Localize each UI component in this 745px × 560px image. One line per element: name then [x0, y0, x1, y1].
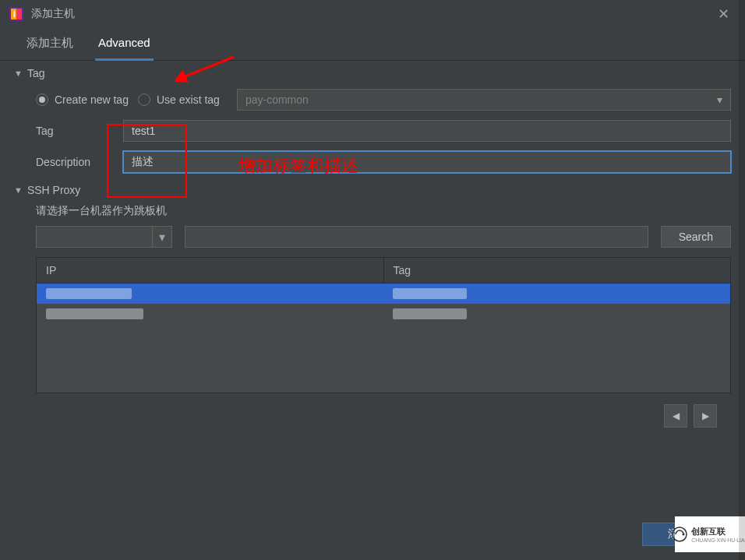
- radio-dot-icon: [36, 93, 48, 106]
- triangle-down-icon: ▼: [14, 185, 23, 195]
- watermark-logo-icon: [671, 526, 688, 543]
- table-body: [37, 284, 730, 393]
- radio-create-new-tag[interactable]: Create new tag: [36, 93, 129, 106]
- section-tag-label: Tag: [27, 67, 45, 79]
- section-ssh-header[interactable]: ▼ SSH Proxy: [14, 178, 731, 201]
- svg-point-7: [683, 534, 685, 536]
- tag-mode-row: Create new tag Use exist tag pay-common …: [14, 84, 731, 115]
- section-tag-header[interactable]: ▼ Tag: [14, 61, 731, 84]
- ssh-instruction: 请选择一台机器作为跳板机: [14, 201, 731, 224]
- table-row[interactable]: [37, 284, 730, 304]
- window-title: 添加主机: [31, 7, 75, 21]
- tab-bar: 添加主机 Advanced: [0, 28, 745, 61]
- prev-page-button[interactable]: ◀: [664, 404, 687, 428]
- radio-create-label: Create new tag: [55, 93, 129, 106]
- right-edge-shadow: [739, 0, 745, 560]
- ssh-search-input[interactable]: [185, 226, 648, 248]
- tag-input[interactable]: [123, 120, 731, 142]
- ssh-table: IP Tag: [36, 257, 731, 393]
- table-header: IP Tag: [37, 258, 730, 284]
- radio-use-exist-tag[interactable]: Use exist tag: [138, 93, 220, 106]
- table-row[interactable]: [37, 304, 730, 324]
- section-ssh-label: SSH Proxy: [27, 184, 80, 196]
- tab-add-host[interactable]: 添加主机: [23, 28, 76, 60]
- chevron-down-icon: ▾: [717, 93, 722, 106]
- app-icon: I: [9, 7, 23, 21]
- search-button[interactable]: Search: [661, 226, 731, 248]
- tag-label: Tag: [36, 125, 114, 137]
- description-label: Description: [36, 156, 114, 168]
- radio-exist-label: Use exist tag: [157, 93, 220, 106]
- watermark: 创新互联 CHUANG·XIN·HU·LIAN: [675, 516, 745, 552]
- triangle-down-icon: ▼: [14, 69, 23, 78]
- content-area: ▼ Tag Create new tag Use exist tag pay-c…: [0, 61, 745, 428]
- pager: ◀ ▶: [14, 393, 731, 428]
- description-input[interactable]: [123, 151, 731, 173]
- description-row: Description: [14, 146, 731, 178]
- next-page-button[interactable]: ▶: [694, 404, 717, 428]
- exist-tag-combo[interactable]: pay-common ▾: [237, 89, 731, 111]
- close-icon[interactable]: ✕: [711, 2, 736, 26]
- col-ip[interactable]: IP: [37, 258, 384, 283]
- svg-text:I: I: [13, 10, 16, 19]
- tab-advanced[interactable]: Advanced: [95, 28, 154, 61]
- ssh-search-row: ▾ Search: [14, 224, 731, 254]
- col-tag[interactable]: Tag: [384, 258, 731, 283]
- radio-dot-icon: [138, 93, 150, 106]
- exist-tag-placeholder: pay-common: [245, 93, 309, 106]
- ssh-combo[interactable]: ▾: [36, 226, 172, 248]
- tag-row: Tag: [14, 115, 731, 146]
- title-bar: I 添加主机 ✕: [0, 0, 745, 28]
- chevron-down-icon: ▾: [152, 227, 165, 247]
